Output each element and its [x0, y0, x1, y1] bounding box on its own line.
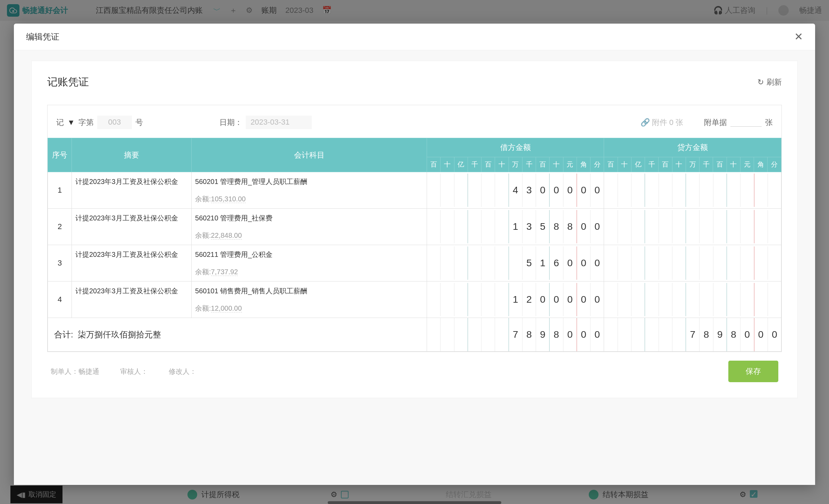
- credit-amount[interactable]: [604, 172, 781, 209]
- amount-digit: [441, 246, 454, 280]
- amount-digit: [645, 210, 659, 243]
- amount-digit: [700, 246, 713, 280]
- amount-digit: [645, 318, 659, 351]
- digit-header: 元: [740, 157, 754, 172]
- amount-digit: [645, 246, 659, 280]
- total-debit: 7898000: [427, 318, 604, 352]
- chevron-down-icon[interactable]: ▼: [67, 118, 75, 127]
- amount-digit: [659, 283, 672, 316]
- attach-count-input[interactable]: [730, 118, 762, 127]
- creator-field: 制单人：畅捷通: [51, 367, 99, 376]
- amount-digit: 0: [563, 246, 577, 280]
- amount-digit: 1: [536, 246, 550, 280]
- summary-cell[interactable]: 计提2023年3月工资及社保公积金: [72, 172, 192, 209]
- amount-digit: [700, 174, 713, 207]
- amount-digit: [509, 246, 522, 280]
- digit-header: 亿: [631, 157, 645, 172]
- debit-amount[interactable]: 516000: [427, 245, 604, 282]
- amount-digit: [618, 210, 631, 243]
- amount-digit: [427, 283, 441, 316]
- amount-digit: [427, 210, 441, 243]
- credit-amount[interactable]: [604, 245, 781, 282]
- amount-digit: [645, 283, 659, 316]
- amount-digit: 0: [577, 318, 591, 351]
- amount-digit: [495, 246, 509, 280]
- summary-cell[interactable]: 计提2023年3月工资及社保公积金: [72, 282, 192, 318]
- amount-digit: [740, 210, 754, 243]
- amount-digit: 0: [577, 246, 591, 280]
- subject-cell[interactable]: 560101 销售费用_销售人员职工薪酬余额:12,000.00: [192, 282, 427, 318]
- amount-digit: 8: [563, 210, 577, 243]
- debit-amount[interactable]: 4300000: [427, 172, 604, 209]
- amount-digit: [740, 174, 754, 207]
- amount-digit: [659, 246, 672, 280]
- zhang-label: 张: [765, 117, 773, 128]
- subject-cell[interactable]: 560210 管理费用_社保费余额:22,848.00: [192, 209, 427, 245]
- credit-amount[interactable]: [604, 209, 781, 245]
- voucher-inner: 记 ▼ 字第 号 日期： 🔗 附件 0 张 附单据 张: [47, 105, 782, 352]
- debit-amount[interactable]: 1358800: [427, 209, 604, 245]
- amount-digit: [686, 283, 700, 316]
- digit-header: 千: [645, 157, 659, 172]
- digit-header: 十: [441, 157, 454, 172]
- total-row: 合计: 柒万捌仟玖佰捌拾元整78980007898000: [48, 318, 781, 352]
- summary-cell[interactable]: 计提2023年3月工资及社保公积金: [72, 209, 192, 245]
- table-row[interactable]: 2计提2023年3月工资及社保公积金560210 管理费用_社保费余额:22,8…: [48, 209, 781, 245]
- amount-digit: [454, 318, 468, 351]
- amount-digit: [768, 210, 781, 243]
- amount-digit: [631, 246, 645, 280]
- credit-amount[interactable]: [604, 282, 781, 318]
- voucher-form-row: 记 ▼ 字第 号 日期： 🔗 附件 0 张 附单据 张: [48, 105, 781, 138]
- row-number: 3: [48, 245, 72, 282]
- table-row[interactable]: 4计提2023年3月工资及社保公积金560101 销售费用_销售人员职工薪酬余额…: [48, 282, 781, 318]
- amount-digit: [754, 283, 768, 316]
- save-button[interactable]: 保存: [728, 361, 778, 382]
- col-credit: 贷方金额: [604, 138, 781, 157]
- amount-digit: [754, 174, 768, 207]
- voucher-card: 记账凭证 ↻ 刷新 记 ▼ 字第 号 日期：: [31, 61, 798, 398]
- row-number: 2: [48, 209, 72, 245]
- amount-digit: [659, 318, 672, 351]
- subject-cell[interactable]: 560201 管理费用_管理人员职工薪酬余额:105,310.00: [192, 172, 427, 209]
- amount-digit: [441, 318, 454, 351]
- amount-digit: [713, 246, 727, 280]
- amount-digit: 8: [727, 318, 740, 351]
- attachment-label[interactable]: 🔗 附件 0 张: [640, 117, 683, 128]
- debit-amount[interactable]: 1200000: [427, 282, 604, 318]
- amount-digit: [740, 246, 754, 280]
- ji-label[interactable]: 记: [56, 117, 64, 128]
- amount-digit: [454, 283, 468, 316]
- refresh-button[interactable]: ↻ 刷新: [757, 77, 782, 87]
- amount-digit: 8: [550, 210, 563, 243]
- edit-voucher-modal: 编辑凭证 ✕ 记账凭证 ↻ 刷新 记 ▼ 字第 号 日期：: [14, 24, 815, 485]
- amount-digit: 0: [563, 174, 577, 207]
- amount-digit: [454, 246, 468, 280]
- amount-digit: 5: [536, 210, 550, 243]
- subject-cell[interactable]: 560211 管理费用_公积金余额:7,737.92: [192, 245, 427, 282]
- amount-digit: [631, 174, 645, 207]
- digit-header: 十: [495, 157, 509, 172]
- amount-digit: [441, 174, 454, 207]
- amount-digit: [686, 246, 700, 280]
- amount-digit: 0: [536, 174, 550, 207]
- digit-header: 千: [522, 157, 536, 172]
- digit-header: 元: [563, 157, 577, 172]
- amount-digit: 0: [740, 318, 754, 351]
- digit-header: 角: [754, 157, 768, 172]
- amount-digit: [495, 318, 509, 351]
- date-input[interactable]: [246, 116, 312, 129]
- amount-digit: 8: [550, 318, 563, 351]
- amount-digit: [740, 283, 754, 316]
- digit-header: 十: [727, 157, 740, 172]
- refresh-icon: ↻: [757, 78, 764, 87]
- table-row[interactable]: 1计提2023年3月工资及社保公积金560201 管理费用_管理人员职工薪酬余额…: [48, 172, 781, 209]
- table-row[interactable]: 3计提2023年3月工资及社保公积金560211 管理费用_公积金余额:7,73…: [48, 245, 781, 282]
- digit-header: 千: [468, 157, 481, 172]
- close-icon[interactable]: ✕: [794, 32, 803, 42]
- summary-cell[interactable]: 计提2023年3月工资及社保公积金: [72, 245, 192, 282]
- paperclip-icon: 🔗: [640, 118, 650, 127]
- voucher-number-input[interactable]: [97, 116, 132, 129]
- digit-header: 分: [768, 157, 781, 172]
- amount-digit: [727, 283, 740, 316]
- amount-digit: [768, 246, 781, 280]
